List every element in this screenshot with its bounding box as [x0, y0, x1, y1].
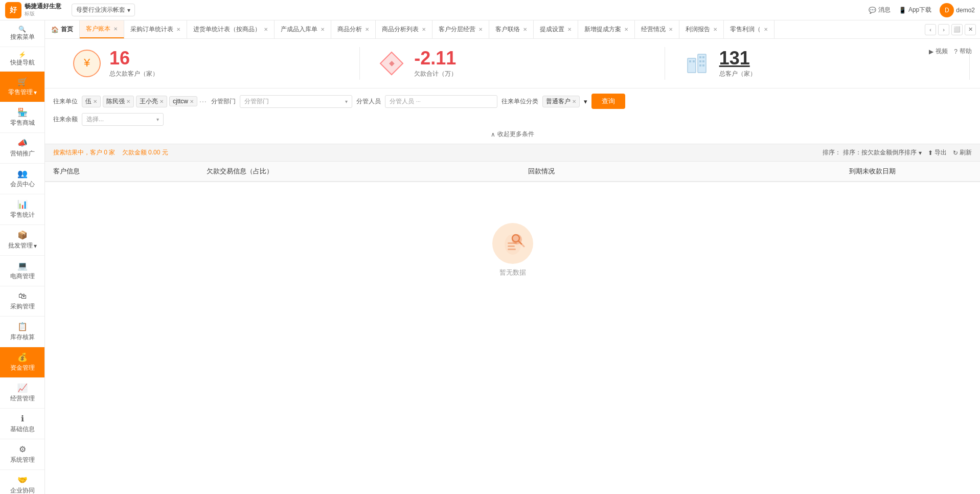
tab-home[interactable]: 🏠 首页 [45, 20, 80, 38]
balance-label: 往来余额 [53, 115, 78, 124]
tab-business-status[interactable]: 经营情况 ✕ [635, 20, 679, 38]
sort-arrow-icon: ▾ [919, 149, 922, 156]
tab-customer-contact[interactable]: 客户联络 ✕ [489, 20, 534, 38]
tab-goods-analysis-list[interactable]: 商品分析列表 ✕ [376, 20, 432, 38]
stat-label-credit: 总欠款客户（家） [109, 70, 158, 78]
user-menu[interactable]: D demo2 [940, 3, 975, 17]
tab-close-goods-list[interactable]: ✕ [422, 27, 426, 32]
tab-close-purchase[interactable]: ✕ [176, 27, 180, 32]
retail-mall-icon: 🏪 [17, 107, 28, 117]
finance-icon: 💰 [17, 352, 28, 362]
stat-label-total: 总客户（家） [719, 70, 756, 78]
sidebar-item-ecommerce[interactable]: 💻 电商管理 [0, 256, 44, 286]
help-link[interactable]: ? 帮助 [954, 47, 972, 56]
tab-close-cost[interactable]: ✕ [321, 27, 325, 32]
tab-close-all[interactable]: ✕ [965, 24, 976, 35]
sidebar-item-finance[interactable]: 💰 资金管理 [0, 347, 44, 378]
tab-close-goods[interactable]: ✕ [365, 27, 369, 32]
sidebar-item-marketing[interactable]: 📣 营销推广 [0, 133, 44, 164]
sidebar-item-operations[interactable]: 📈 经营管理 [0, 378, 44, 409]
sidebar-item-purchase[interactable]: 🛍 采购管理 [0, 286, 44, 317]
table-container: 客户信息 欠款交易信息（占比） 回款情况 到期未收款日期 [45, 162, 980, 494]
sidebar-item-wholesale[interactable]: 📦 批发管理 ▾ [0, 225, 44, 256]
tab-close-new-promo[interactable]: ✕ [624, 27, 628, 32]
help-icon: ? [954, 48, 958, 55]
sidebar-item-enterprise[interactable]: 🤝 企业协同 [0, 470, 44, 494]
tab-close-retail[interactable]: ✕ [764, 27, 768, 32]
tab-new-promotion[interactable]: 新增提成方案 ✕ [578, 20, 635, 38]
message-button[interactable]: 💬 消息 [869, 6, 891, 14]
tag-close-normal[interactable]: ✕ [572, 99, 576, 104]
sidebar-item-member[interactable]: 👥 会员中心 [0, 164, 44, 194]
tab-close-stock[interactable]: ✕ [264, 27, 268, 32]
marketing-icon: 📣 [17, 138, 28, 148]
sidebar-search-menu[interactable]: 🔍 搜索菜单 [0, 20, 44, 47]
sidebar-item-system[interactable]: ⚙ 系统管理 [0, 439, 44, 470]
tab-retail-profit[interactable]: 零售利润（ ✕ [724, 20, 774, 38]
tab-close-promo[interactable]: ✕ [567, 27, 572, 32]
top-bar-right: 💬 消息 📱 App下载 D demo2 [869, 3, 975, 17]
refresh-button[interactable]: ↻ 刷新 [953, 148, 972, 157]
tag-close-cjttcw[interactable]: ✕ [190, 99, 194, 104]
video-link[interactable]: ▶ 视频 [929, 47, 948, 56]
app-download-button[interactable]: 📱 App下载 [899, 6, 931, 14]
store-selector[interactable]: 母婴行业演示帐套 ▾ [72, 4, 135, 16]
stats-bar-right: ▶ 视频 ? 帮助 [929, 47, 972, 56]
filter-bar: 往来单位 伍 ✕ 陈民强 ✕ 王小亮 [45, 88, 980, 144]
tag-close-chen[interactable]: ✕ [126, 99, 130, 104]
sidebar-item-retail-mall[interactable]: 🏪 零售商城 [0, 102, 44, 133]
tag-close-wang[interactable]: ✕ [159, 99, 164, 104]
balance-arrow-icon: ▾ [156, 117, 159, 122]
sidebar-quick-nav[interactable]: ⚡ 快捷导航 [0, 47, 44, 72]
tag-chen: 陈民强 ✕ [103, 96, 134, 107]
tab-promotion-settings[interactable]: 提成设置 ✕ [534, 20, 578, 38]
tab-profit-report[interactable]: 利润报告 ✕ [679, 20, 724, 38]
tab-maximize[interactable]: ⬜ [951, 24, 963, 35]
retail-arrow-icon: ▾ [34, 89, 37, 96]
ecommerce-icon: 💻 [17, 261, 28, 271]
svg-rect-19 [508, 249, 516, 250]
tag-more-button[interactable]: ··· [199, 97, 207, 105]
balance-select[interactable]: 选择... ▾ [82, 113, 164, 126]
tab-customers[interactable]: 客户账本 ✕ [80, 20, 124, 38]
sort-select[interactable]: 排序： 排序：按欠款金额倒序排序 ▾ [823, 148, 922, 157]
stat-info-credit: 16 总欠款客户（家） [109, 49, 158, 78]
export-button[interactable]: ⬆ 导出 [928, 148, 947, 157]
tag-close-wu[interactable]: ✕ [93, 99, 97, 104]
svg-rect-4 [698, 54, 706, 73]
tab-close-profit[interactable]: ✕ [713, 27, 717, 32]
sidebar-item-inventory[interactable]: 📋 库存核算 [0, 317, 44, 347]
refresh-label: 刷新 [960, 148, 972, 157]
stat-total-customers: 131 总客户（家） [665, 47, 970, 80]
person-select[interactable]: 分管人员 ··· [385, 95, 497, 108]
collapse-up-icon: ∧ [491, 131, 495, 138]
sidebar-item-retail[interactable]: 🛒 零售管理 ▾ [0, 72, 44, 102]
tab-scroll-left[interactable]: ‹ [925, 24, 936, 35]
query-button[interactable]: 查询 [591, 94, 625, 109]
tab-goods-analysis[interactable]: 商品分析 ✕ [331, 20, 376, 38]
sidebar-item-basic-info[interactable]: ℹ 基础信息 [0, 409, 44, 439]
tab-customer-segment[interactable]: 客户分层经营 ✕ [432, 20, 489, 38]
tab-cost-in[interactable]: 产成品入库单 ✕ [275, 20, 331, 38]
collapse-label: 收起更多条件 [497, 130, 534, 139]
dept-select[interactable]: 分管部门 ▾ [240, 95, 352, 108]
top-bar: 好 畅捷通好生意 标版 母婴行业演示帐套 ▾ 💬 消息 📱 App下载 D de… [0, 0, 980, 20]
tab-scroll-right[interactable]: › [938, 24, 949, 35]
tab-purchase-orders[interactable]: 采购订单统计表 ✕ [124, 20, 187, 38]
tab-close-biz[interactable]: ✕ [669, 27, 673, 32]
video-icon: ▶ [929, 48, 933, 55]
message-label: 消息 [878, 6, 891, 14]
svg-rect-18 [508, 245, 515, 247]
tab-close-customers[interactable]: ✕ [113, 26, 118, 32]
svg-rect-8 [702, 56, 704, 58]
results-amount-label: 欠款金额 [122, 149, 147, 156]
tab-close-contact[interactable]: ✕ [523, 27, 527, 32]
tab-stock-stats[interactable]: 进货单统计表（按商品） ✕ [187, 20, 275, 38]
unit-class-tags: 普通客户 ✕ ▾ [542, 96, 587, 107]
tag-cjttcw: cjttcw ✕ [169, 96, 197, 106]
sidebar-item-retail-stats[interactable]: 📊 零售统计 [0, 194, 44, 225]
collapse-button[interactable]: ∧ 收起更多条件 [491, 130, 534, 139]
message-icon: 💬 [869, 7, 876, 14]
logo-text: 畅捷通好生意 [25, 3, 61, 10]
tab-close-segment[interactable]: ✕ [478, 27, 483, 32]
